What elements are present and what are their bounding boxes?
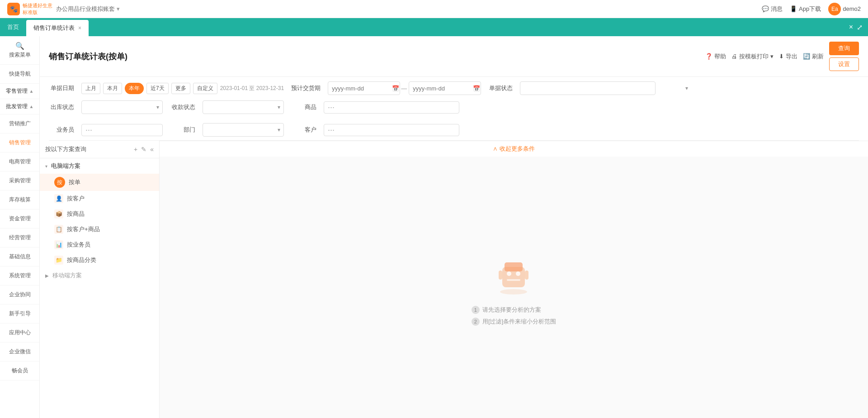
sidebar-appcenter[interactable]: 应用中心 — [0, 323, 39, 342]
breadcrumb-area: 办公用品行业模拟账套 ▾ — [56, 5, 120, 13]
sidebar-marketing[interactable]: 营销推广 — [0, 114, 39, 133]
delivery-status-wrap — [81, 100, 163, 114]
export-icon: ⬇ — [779, 53, 784, 60]
state-label: 单据状态 — [487, 84, 513, 92]
add-scheme-icon[interactable]: + — [134, 146, 137, 153]
tree-item-by-salesperson[interactable]: 📊 按业务员 — [40, 237, 159, 252]
filter-row-2: 出库状态 收款状态 商品 ··· — [49, 100, 859, 118]
download-icon: 📱 — [790, 5, 797, 12]
message-icon: 💬 — [762, 5, 769, 12]
tip-num-2: 2 — [472, 318, 480, 326]
goods-select-btn[interactable]: ··· — [324, 101, 459, 114]
btn-this-month[interactable]: 本月 — [103, 83, 122, 94]
btn-this-year[interactable]: 本年 — [125, 83, 144, 94]
window-maximize-icon[interactable]: ⤢ — [857, 23, 863, 32]
expected-date-start[interactable] — [328, 81, 400, 95]
query-button[interactable]: 查询 — [829, 42, 859, 55]
department-wrap — [203, 123, 284, 137]
tree-item-by-goods[interactable]: 📦 按商品 — [40, 206, 159, 222]
sidebar-search[interactable]: 🔍 搜索菜单 — [0, 36, 39, 65]
tree-item-by-customer[interactable]: 👤 按客户 — [40, 191, 159, 206]
collapse-bar[interactable]: ∧ 收起更多条件 — [160, 141, 868, 157]
user-menu[interactable]: Ea demo2 — [828, 3, 861, 15]
expected-date-picker: 📅 — 📅 — [328, 81, 480, 95]
filter-row-3: 业务员 ··· 部门 客户 ··· — [49, 123, 859, 140]
btn-more[interactable]: 更多 — [171, 83, 190, 94]
tab-close-icon[interactable]: × — [78, 25, 81, 31]
breadcrumb-arrow[interactable]: ▾ — [117, 5, 120, 12]
sidebar-wechat[interactable]: 企业微信 — [0, 342, 39, 361]
customer-label: 客户 — [291, 126, 316, 134]
sidebar: 🔍 搜索菜单 快捷导航 零售管理 批发管理 营销推广 销售管理 电商管理 采购管… — [0, 36, 40, 418]
app-download-btn[interactable]: 📱 App下载 — [790, 5, 821, 13]
settings-button[interactable]: 设置 — [829, 57, 859, 71]
page-header-actions: ❓ 帮助 🖨 按模板打印 ▾ ⬇ 导出 🔄 刷新 查询 — [705, 42, 859, 76]
payment-status-label: 收款状态 — [170, 103, 195, 111]
svg-rect-7 — [525, 271, 528, 280]
collapse-panel-icon[interactable]: « — [150, 146, 154, 153]
sidebar-purchase[interactable]: 采购管理 — [0, 171, 39, 190]
top-bar-right: 💬 消息 📱 App下载 Ea demo2 — [762, 3, 861, 15]
help-icon: ❓ — [705, 53, 712, 60]
logo-icon: 🐾 — [7, 3, 20, 15]
state-select[interactable] — [520, 81, 656, 95]
sidebar-inventory[interactable]: 库存核算 — [0, 190, 39, 209]
sidebar-ecommerce[interactable]: 电商管理 — [0, 152, 39, 171]
empty-tip-1: 1 请先选择要分析的方案 — [472, 306, 556, 314]
sidebar-member[interactable]: 畅会员 — [0, 361, 39, 380]
tree-mobile-section[interactable]: ▶ 移动端方案 — [40, 268, 159, 283]
sidebar-operation[interactable]: 经营管理 — [0, 228, 39, 247]
salesperson-select-btn[interactable]: ··· — [81, 124, 163, 136]
sidebar-finance[interactable]: 资金管理 — [0, 209, 39, 228]
calendar-start-icon[interactable]: 📅 — [392, 85, 399, 92]
sidebar-system[interactable]: 系统管理 — [0, 266, 39, 285]
tree-item-by-order[interactable]: 按 按单 — [40, 174, 159, 191]
btn-last7[interactable]: 近7天 — [146, 83, 169, 94]
left-panel: 按以下方案查询 + ✎ « ▾ 电脑端方案 按 按单 👤 — [40, 141, 160, 418]
pc-section-label: 电脑端方案 — [51, 162, 80, 170]
print-btn[interactable]: 🖨 按模板打印 ▾ — [731, 52, 774, 61]
main-content: 🔍 搜索菜单 快捷导航 零售管理 批发管理 营销推广 销售管理 电商管理 采购管… — [0, 36, 868, 418]
calendar-end-icon[interactable]: 📅 — [473, 85, 480, 92]
btn-last-month[interactable]: 上月 — [81, 83, 100, 94]
pc-section-arrow: ▾ — [45, 164, 47, 169]
department-select[interactable] — [203, 123, 284, 137]
help-btn[interactable]: ❓ 帮助 — [705, 52, 726, 61]
svg-point-4 — [516, 271, 520, 276]
message-btn[interactable]: 💬 消息 — [762, 5, 783, 13]
customer-select-btn[interactable]: ··· — [324, 124, 459, 136]
top-bar-left: 🐾 畅捷通好生意 标准版 办公用品行业模拟账套 ▾ — [7, 2, 120, 15]
mobile-section-label: 移动端方案 — [52, 271, 82, 280]
empty-illustration — [489, 249, 538, 299]
sidebar-enterprise[interactable]: 企业协同 — [0, 285, 39, 304]
page-header: 销售订单统计表(按单) ❓ 帮助 🖨 按模板打印 ▾ ⬇ 导出 🔄 刷新 — [40, 36, 868, 77]
tree-item-by-customer-goods[interactable]: 📋 按客户+商品 — [40, 222, 159, 237]
sidebar-wholesale[interactable]: 批发管理 — [0, 99, 39, 114]
tree-item-by-category[interactable]: 📁 按商品分类 — [40, 252, 159, 268]
sidebar-newuser[interactable]: 新手引导 — [0, 304, 39, 323]
payment-status-select[interactable] — [203, 100, 284, 114]
top-bar: 🐾 畅捷通好生意 标准版 办公用品行业模拟账套 ▾ 💬 消息 📱 App下载 E… — [0, 0, 868, 18]
empty-tips: 1 请先选择要分析的方案 2 用[过滤]条件来缩小分析范围 — [472, 306, 556, 326]
refresh-btn[interactable]: 🔄 刷新 — [803, 52, 824, 61]
export-btn[interactable]: ⬇ 导出 — [779, 52, 797, 61]
edit-scheme-icon[interactable]: ✎ — [141, 146, 146, 153]
by-category-icon: 📁 — [54, 256, 63, 265]
window-close-icon[interactable]: × — [849, 23, 853, 31]
sidebar-quick-nav[interactable]: 快捷导航 — [0, 65, 39, 84]
print-dropdown-icon[interactable]: ▾ — [770, 53, 774, 60]
right-panel-wrapper: ∧ 收起更多条件 — [160, 141, 868, 418]
breadcrumb-text: 办公用品行业模拟账套 — [56, 5, 115, 13]
expected-date-end[interactable] — [409, 81, 481, 95]
sidebar-retail[interactable]: 零售管理 — [0, 84, 39, 99]
tab-bar: 首页 销售订单统计表 × × ⤢ — [0, 18, 868, 36]
delivery-status-label: 出库状态 — [49, 103, 74, 111]
svg-rect-2 — [505, 262, 523, 271]
tab-sales-order[interactable]: 销售订单统计表 × — [26, 20, 89, 36]
btn-custom[interactable]: 自定义 — [193, 83, 217, 94]
delivery-status-select[interactable] — [81, 100, 163, 114]
tab-home[interactable]: 首页 — [0, 18, 26, 36]
tree-pc-section[interactable]: ▾ 电脑端方案 — [40, 158, 159, 174]
sidebar-sales[interactable]: 销售管理 — [0, 133, 39, 152]
sidebar-basic[interactable]: 基础信息 — [0, 247, 39, 266]
